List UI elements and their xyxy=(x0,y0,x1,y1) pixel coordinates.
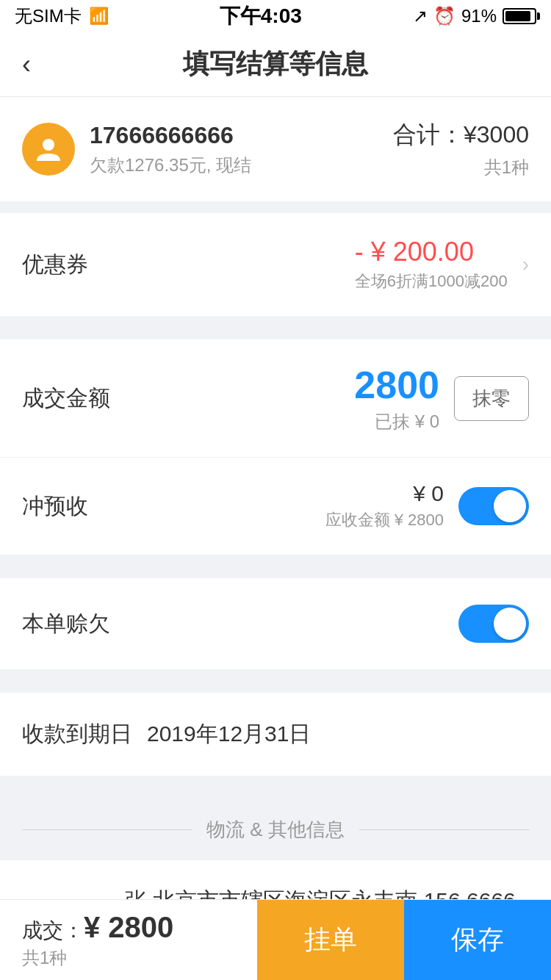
battery-percent: 91% xyxy=(461,6,497,26)
location-icon: ↗ xyxy=(413,6,428,26)
status-left: 无SIM卡 📶 xyxy=(15,4,109,28)
debt-toggle-knob xyxy=(494,608,526,640)
coupon-info: - ¥ 200.00 全场6折满1000减200 xyxy=(355,237,508,292)
customer-card: 17666666666 欠款1276.35元, 现结 合计：¥3000 共1种 xyxy=(0,97,551,201)
bottom-deal-label: 成交： xyxy=(22,919,84,942)
sep-line-left xyxy=(22,829,192,830)
bottom-count: 共1种 xyxy=(22,946,235,970)
due-date-section: 收款到期日 2019年12月31日 xyxy=(0,693,551,776)
pre-receive-row: 冲预收 ¥ 0 应收金额 ¥ 2800 xyxy=(0,458,551,555)
coupon-row[interactable]: 优惠券 - ¥ 200.00 全场6折满1000减200 › xyxy=(0,213,551,316)
customer-left: 17666666666 欠款1276.35元, 现结 xyxy=(22,122,251,177)
toggle-knob xyxy=(494,490,526,522)
total-amount: ¥3000 xyxy=(464,121,529,148)
coupon-section: 优惠券 - ¥ 200.00 全场6折满1000减200 › xyxy=(0,213,551,316)
bottom-bar: 成交：¥ 2800 共1种 挂单 保存 xyxy=(0,899,551,980)
back-button[interactable]: ‹ xyxy=(22,49,31,80)
carrier-label: 无SIM卡 xyxy=(15,4,82,28)
logistics-sep-text: 物流 & 其他信息 xyxy=(206,817,345,843)
status-bar: 无SIM卡 📶 下午4:03 ↗ ⏰ 91% xyxy=(0,0,551,32)
customer-phone: 17666666666 xyxy=(90,122,251,149)
deal-amount-right: 2800 已抹 ¥ 0 抹零 xyxy=(354,363,529,433)
logistics-separator: 物流 & 其他信息 xyxy=(0,799,551,860)
bottom-deal-info: 成交：¥ 2800 共1种 xyxy=(0,911,257,970)
deal-amount-value: 2800 xyxy=(354,363,439,407)
divider-1 xyxy=(0,328,551,339)
pre-amount: ¥ 0 xyxy=(325,481,444,506)
customer-info: 17666666666 欠款1276.35元, 现结 xyxy=(90,122,251,177)
sep-line-right xyxy=(359,829,529,830)
total-label: 合计： xyxy=(393,121,464,148)
status-time: 下午4:03 xyxy=(220,2,302,30)
total-price: 合计：¥3000 xyxy=(393,119,529,151)
erase-zero-button[interactable]: 抹零 xyxy=(454,376,529,421)
due-date-value: 2019年12月31日 xyxy=(147,719,311,749)
customer-right: 合计：¥3000 共1种 xyxy=(393,119,529,179)
divider-3 xyxy=(0,681,551,693)
divider-4 xyxy=(0,788,551,799)
deal-amount-row: 成交金额 2800 已抹 ¥ 0 抹零 xyxy=(0,339,551,458)
pre-receive-info: ¥ 0 应收金额 ¥ 2800 xyxy=(325,481,444,531)
total-count: 共1种 xyxy=(393,156,529,179)
page-title: 填写结算等信息 xyxy=(183,46,368,82)
battery-icon xyxy=(503,8,536,24)
save-button[interactable]: 保存 xyxy=(404,900,551,981)
wifi-icon: 📶 xyxy=(89,7,109,26)
due-date-row: 收款到期日 2019年12月31日 xyxy=(0,693,551,776)
coupon-desc: 全场6折满1000减200 xyxy=(355,270,508,292)
pre-receive-right: ¥ 0 应收金额 ¥ 2800 xyxy=(325,481,529,531)
bottom-deal-row: 成交：¥ 2800 xyxy=(22,911,235,945)
alarm-icon: ⏰ xyxy=(433,6,455,26)
pre-receive-label: 冲预收 xyxy=(22,491,88,522)
deal-section: 成交金额 2800 已抹 ¥ 0 抹零 冲预收 ¥ 0 应收金额 ¥ 2800 xyxy=(0,339,551,555)
deal-amount-info: 2800 已抹 ¥ 0 xyxy=(354,363,439,433)
pre-receive-toggle[interactable] xyxy=(458,487,529,525)
debt-row: 本单赊欠 xyxy=(0,578,551,669)
hang-order-button[interactable]: 挂单 xyxy=(257,900,404,981)
debt-section: 本单赊欠 xyxy=(0,578,551,669)
nav-bar: ‹ 填写结算等信息 xyxy=(0,32,551,97)
svg-point-0 xyxy=(43,139,54,151)
customer-debt: 欠款1276.35元, 现结 xyxy=(90,154,251,177)
debt-label: 本单赊欠 xyxy=(22,609,110,639)
content-area: 17666666666 欠款1276.35元, 现结 合计：¥3000 共1种 … xyxy=(0,97,551,980)
status-right: ↗ ⏰ 91% xyxy=(413,6,536,26)
deal-amount-label: 成交金额 xyxy=(22,383,110,414)
avatar xyxy=(22,123,75,176)
coupon-label: 优惠券 xyxy=(22,250,88,280)
deal-erased: 已抹 ¥ 0 xyxy=(354,410,439,433)
bottom-deal-amount: ¥ 2800 xyxy=(84,911,173,943)
pre-desc: 应收金额 ¥ 2800 xyxy=(325,509,444,531)
coupon-right: - ¥ 200.00 全场6折满1000减200 › xyxy=(355,237,529,292)
divider-2 xyxy=(0,566,551,578)
debt-toggle[interactable] xyxy=(458,605,529,643)
due-date-label: 收款到期日 xyxy=(22,719,132,749)
coupon-value: - ¥ 200.00 xyxy=(355,237,508,267)
coupon-chevron: › xyxy=(522,253,529,276)
